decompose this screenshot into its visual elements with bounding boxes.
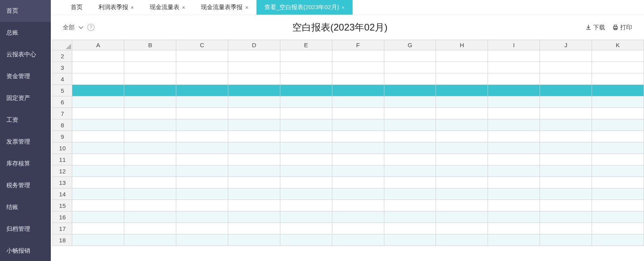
cell-C17[interactable]	[176, 223, 228, 234]
sidebar-item-7[interactable]: 库存核算	[0, 153, 51, 175]
tab-0[interactable]: 首页	[63, 0, 91, 15]
chevron-down-icon[interactable]	[79, 25, 83, 30]
cell-C10[interactable]	[176, 142, 228, 154]
cell-K7[interactable]	[592, 108, 644, 119]
cell-A18[interactable]	[72, 234, 124, 246]
cell-I16[interactable]	[488, 211, 540, 223]
cell-I11[interactable]	[488, 154, 540, 165]
cell-F6[interactable]	[332, 96, 384, 108]
cell-B13[interactable]	[124, 177, 176, 188]
cell-I5[interactable]	[488, 85, 540, 96]
cell-H13[interactable]	[436, 177, 488, 188]
cell-J17[interactable]	[540, 223, 592, 234]
cell-B18[interactable]	[124, 234, 176, 246]
cell-G14[interactable]	[384, 188, 436, 200]
cell-E16[interactable]	[280, 211, 332, 223]
row-header-17[interactable]: 17	[53, 223, 72, 234]
sidebar-item-3[interactable]: 资金管理	[0, 65, 51, 87]
cell-H6[interactable]	[436, 96, 488, 108]
cell-D3[interactable]	[228, 62, 280, 73]
download-button[interactable]: 下载	[585, 24, 605, 31]
cell-H10[interactable]	[436, 142, 488, 154]
cell-G8[interactable]	[384, 119, 436, 131]
cell-J12[interactable]	[540, 165, 592, 177]
col-header-F[interactable]: F	[332, 40, 384, 50]
cell-B7[interactable]	[124, 108, 176, 119]
cell-B12[interactable]	[124, 165, 176, 177]
cell-F5[interactable]	[332, 85, 384, 96]
cell-B5[interactable]	[124, 85, 176, 96]
cell-E12[interactable]	[280, 165, 332, 177]
row-header-12[interactable]: 12	[53, 165, 72, 177]
col-header-C[interactable]: C	[176, 40, 228, 50]
cell-F9[interactable]	[332, 131, 384, 142]
cell-E13[interactable]	[280, 177, 332, 188]
cell-F3[interactable]	[332, 62, 384, 73]
cell-E17[interactable]	[280, 223, 332, 234]
cell-H7[interactable]	[436, 108, 488, 119]
cell-I18[interactable]	[488, 234, 540, 246]
cell-I8[interactable]	[488, 119, 540, 131]
cell-J16[interactable]	[540, 211, 592, 223]
cell-A12[interactable]	[72, 165, 124, 177]
row-header-2[interactable]: 2	[53, 50, 72, 62]
cell-B2[interactable]	[124, 50, 176, 62]
cell-G17[interactable]	[384, 223, 436, 234]
cell-J8[interactable]	[540, 119, 592, 131]
cell-K5[interactable]	[592, 85, 644, 96]
cell-H12[interactable]	[436, 165, 488, 177]
cell-J10[interactable]	[540, 142, 592, 154]
cell-F8[interactable]	[332, 119, 384, 131]
cell-A7[interactable]	[72, 108, 124, 119]
cell-J6[interactable]	[540, 96, 592, 108]
cell-F13[interactable]	[332, 177, 384, 188]
cell-K15[interactable]	[592, 200, 644, 211]
cell-F16[interactable]	[332, 211, 384, 223]
cell-K4[interactable]	[592, 73, 644, 85]
cell-F10[interactable]	[332, 142, 384, 154]
cell-J14[interactable]	[540, 188, 592, 200]
sidebar-item-5[interactable]: 工资	[0, 109, 51, 131]
cell-G13[interactable]	[384, 177, 436, 188]
col-header-A[interactable]: A	[72, 40, 124, 50]
cell-F4[interactable]	[332, 73, 384, 85]
cell-I2[interactable]	[488, 50, 540, 62]
cell-A14[interactable]	[72, 188, 124, 200]
cell-E15[interactable]	[280, 200, 332, 211]
cell-G15[interactable]	[384, 200, 436, 211]
select-all-corner[interactable]	[53, 40, 72, 50]
cell-G11[interactable]	[384, 154, 436, 165]
cell-K18[interactable]	[592, 234, 644, 246]
cell-G6[interactable]	[384, 96, 436, 108]
sidebar-item-0[interactable]: 首页	[0, 0, 51, 22]
cell-J4[interactable]	[540, 73, 592, 85]
cell-D9[interactable]	[228, 131, 280, 142]
cell-J2[interactable]	[540, 50, 592, 62]
tab-3[interactable]: 现金流量表季报×	[193, 0, 256, 15]
cell-G3[interactable]	[384, 62, 436, 73]
cell-I6[interactable]	[488, 96, 540, 108]
cell-I15[interactable]	[488, 200, 540, 211]
close-icon[interactable]: ×	[341, 4, 345, 11]
cell-I14[interactable]	[488, 188, 540, 200]
cell-B16[interactable]	[124, 211, 176, 223]
cell-G7[interactable]	[384, 108, 436, 119]
cell-I9[interactable]	[488, 131, 540, 142]
cell-B8[interactable]	[124, 119, 176, 131]
col-header-D[interactable]: D	[228, 40, 280, 50]
cell-K10[interactable]	[592, 142, 644, 154]
cell-I3[interactable]	[488, 62, 540, 73]
sidebar-item-6[interactable]: 发票管理	[0, 131, 51, 153]
cell-H14[interactable]	[436, 188, 488, 200]
cell-D5[interactable]	[228, 85, 280, 96]
sidebar-item-9[interactable]: 结账	[0, 196, 51, 218]
cell-H11[interactable]	[436, 154, 488, 165]
cell-I17[interactable]	[488, 223, 540, 234]
cell-K12[interactable]	[592, 165, 644, 177]
row-header-6[interactable]: 6	[53, 96, 72, 108]
cell-K9[interactable]	[592, 131, 644, 142]
cell-H2[interactable]	[436, 50, 488, 62]
cell-F17[interactable]	[332, 223, 384, 234]
cell-G5[interactable]	[384, 85, 436, 96]
cell-K2[interactable]	[592, 50, 644, 62]
